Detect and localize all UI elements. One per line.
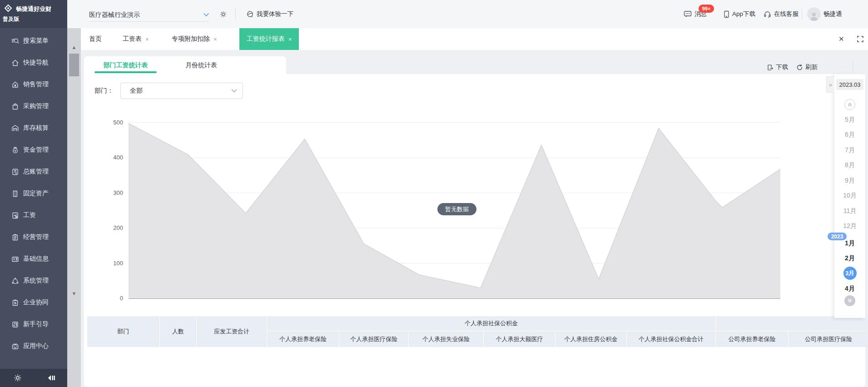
- active-subtab-underline: [94, 71, 157, 73]
- month-item-12[interactable]: 12月: [834, 218, 865, 233]
- chat-bubble-icon: [684, 10, 692, 18]
- scroll-up-arrow-icon[interactable]: ▲: [67, 45, 81, 50]
- y-tick: 500: [102, 119, 123, 126]
- sidebar-item-label: 应用中心: [23, 342, 49, 350]
- brand-edition: 普及版: [3, 15, 64, 23]
- sidebar-item-ledger[interactable]: 总账管理: [0, 161, 67, 183]
- settings-gear-icon[interactable]: [14, 374, 22, 382]
- collapse-sidebar-icon[interactable]: [47, 374, 55, 382]
- refresh-icon: [796, 64, 803, 71]
- tab-label: 工资统计报表: [247, 35, 285, 43]
- sidebar-item-inventory[interactable]: 库存核算: [0, 117, 67, 139]
- search-menu-icon: [11, 37, 19, 45]
- warehouse-icon: [11, 124, 19, 132]
- column-header-headcount[interactable]: 人数: [160, 316, 196, 347]
- month-item-3-selected[interactable]: 3月: [834, 266, 865, 281]
- column-header-personal-medical[interactable]: 个人承担医疗保险: [339, 331, 408, 347]
- column-header-personal-housing-fund[interactable]: 个人承担住房公积金: [556, 331, 626, 347]
- person-icon: [809, 11, 819, 21]
- document-tab-bar: 首页 工资表 × 专项附加扣除 × 工资统计报表 × ✕: [67, 28, 868, 50]
- fullscreen-icon[interactable]: [857, 28, 864, 50]
- tab-close-icon[interactable]: ×: [213, 36, 217, 43]
- org-selector[interactable]: 医疗器械行业演示: [89, 8, 209, 22]
- sidebar-item-search-menu[interactable]: 搜索菜单: [0, 30, 67, 52]
- month-item-6[interactable]: 6月: [834, 127, 865, 142]
- tab-salary-sheet[interactable]: 工资表 ×: [123, 28, 149, 50]
- app-download-button[interactable]: App下载: [724, 0, 755, 28]
- column-header-personal-large-medical[interactable]: 个人承担大额医疗: [484, 331, 555, 347]
- sidebar-item-system[interactable]: 系统管理: [0, 270, 67, 292]
- tab-close-icon[interactable]: ×: [145, 36, 149, 43]
- collapse-panel-icon[interactable]: »: [826, 76, 834, 93]
- scrollbar-thumb[interactable]: [69, 54, 79, 76]
- brand-logo-icon: [3, 4, 14, 15]
- sidebar-item-funds[interactable]: 资金管理: [0, 139, 67, 161]
- report-subtab-bar: 部门工资统计表 月份统计表: [84, 56, 286, 74]
- department-filter-select[interactable]: 全部: [120, 83, 243, 99]
- avatar: [807, 7, 821, 21]
- month-item-5[interactable]: 5月: [834, 112, 865, 127]
- sidebar-scrollbar[interactable]: ▲ ▼: [67, 28, 81, 387]
- month-item-9[interactable]: 9月: [834, 173, 865, 188]
- download-label: 下载: [776, 63, 788, 71]
- subtab-label: 部门工资统计表: [104, 61, 148, 69]
- messages-badge: 99+: [699, 5, 714, 13]
- sidebar-item-label: 销售管理: [23, 80, 49, 89]
- download-button[interactable]: 下载: [767, 62, 788, 73]
- sidebar-item-quick-nav[interactable]: 快捷导航: [0, 52, 67, 74]
- sidebar-item-fixed-assets[interactable]: 固定资产: [0, 183, 67, 204]
- online-service-button[interactable]: 在线客服: [764, 0, 799, 28]
- tab-close-icon[interactable]: ×: [288, 36, 292, 43]
- months-scroll-up-icon[interactable]: [844, 99, 855, 110]
- refresh-button[interactable]: 刷新: [796, 62, 818, 73]
- tab-home[interactable]: 首页: [89, 28, 102, 50]
- month-item-4[interactable]: 4月: [834, 281, 865, 296]
- month-item-10[interactable]: 10月: [834, 188, 865, 203]
- sidebar-footer: [0, 369, 67, 387]
- sidebar-item-label: 系统管理: [23, 277, 49, 285]
- group-header-company-social-security: [716, 316, 868, 331]
- column-header-company-medical[interactable]: 公司承担医疗保险: [789, 331, 868, 347]
- topbar-separator: [235, 9, 236, 20]
- month-item-11[interactable]: 11月: [834, 203, 865, 218]
- scroll-down-arrow-icon[interactable]: ▼: [67, 291, 81, 296]
- y-tick: 200: [102, 224, 123, 231]
- month-item-2[interactable]: 2月: [834, 251, 865, 266]
- column-header-gross-salary[interactable]: 应发工资合计: [197, 316, 267, 347]
- sidebar-item-salary[interactable]: 工资: [0, 204, 67, 226]
- y-tick: 100: [102, 260, 123, 267]
- sidebar-item-basic-info[interactable]: 基础信息: [0, 248, 67, 270]
- column-header-personal-total[interactable]: 个人承担社保公积金合计: [627, 331, 715, 347]
- column-header-department[interactable]: 部门: [87, 316, 159, 347]
- experience-button[interactable]: 我要体验一下: [246, 0, 293, 28]
- year-badge: 2023: [828, 233, 847, 240]
- close-all-tabs-icon[interactable]: ✕: [838, 28, 844, 50]
- sales-icon: [11, 81, 19, 89]
- id-card-icon: [11, 255, 19, 263]
- tab-salary-statistics-report[interactable]: 工资统计报表 ×: [239, 28, 299, 50]
- sidebar-item-guide[interactable]: 新手引导: [0, 313, 67, 335]
- org-settings-button[interactable]: [219, 0, 227, 28]
- user-menu[interactable]: 畅捷通: [807, 0, 842, 28]
- sidebar: 畅捷通好业财 普及版 搜索菜单 快捷导航 销售管理 采购管理: [0, 0, 67, 387]
- sidebar-item-app-center[interactable]: 应用中心: [0, 335, 67, 357]
- sidebar-item-collaboration[interactable]: 企业协同: [0, 292, 67, 313]
- tab-special-deduction[interactable]: 专项附加扣除 ×: [172, 28, 217, 50]
- column-header-company-pension[interactable]: 公司承担养老保险: [716, 331, 788, 347]
- subtab-monthly[interactable]: 月份统计表: [179, 56, 224, 74]
- tab-label: 工资表: [123, 35, 142, 43]
- department-filter-label: 部门：: [94, 83, 114, 99]
- column-header-personal-pension[interactable]: 个人承担养老保险: [267, 331, 339, 347]
- month-item-7[interactable]: 7月: [834, 143, 865, 158]
- month-item-8[interactable]: 8月: [834, 158, 865, 173]
- sidebar-item-label: 资金管理: [23, 146, 49, 154]
- month-panel: » 2023.03 5月 6月 7月 8月 9月 10月 11月 12月 202…: [834, 74, 865, 318]
- sidebar-item-operations[interactable]: 经营管理: [0, 226, 67, 248]
- y-tick: 400: [102, 154, 123, 161]
- months-scroll-down-icon[interactable]: [844, 295, 855, 306]
- sidebar-item-label: 库存核算: [23, 124, 49, 132]
- column-header-personal-unemployment[interactable]: 个人承担失业保险: [409, 331, 483, 347]
- sidebar-item-label: 工资: [23, 211, 36, 219]
- sidebar-item-purchase[interactable]: 采购管理: [0, 95, 67, 117]
- sidebar-item-sales[interactable]: 销售管理: [0, 74, 67, 95]
